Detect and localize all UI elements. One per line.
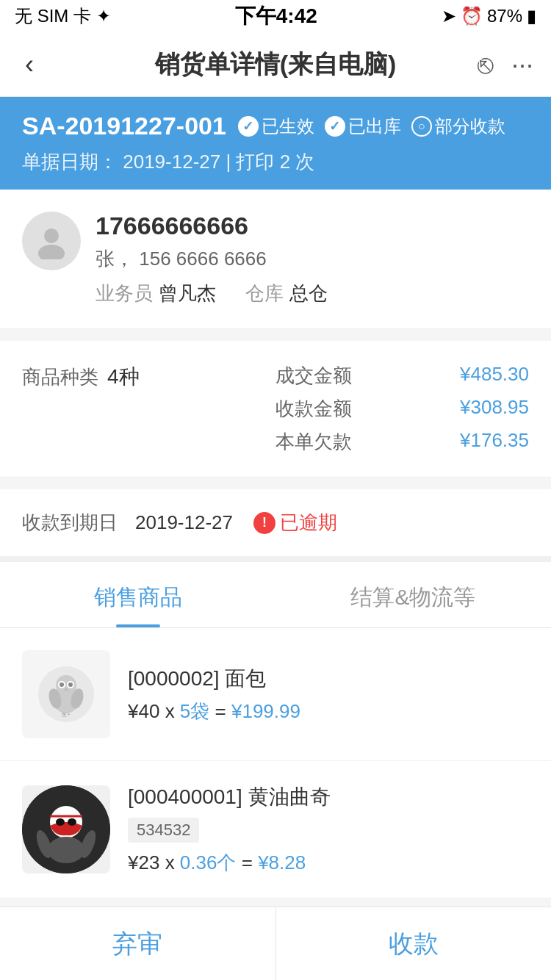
stats-left: 商品种类 4种 bbox=[22, 363, 276, 391]
product-type-label: 商品种类 bbox=[22, 364, 98, 390]
svg-point-8 bbox=[68, 682, 73, 687]
signal-text: 无 SIM 卡 ✦ bbox=[15, 4, 111, 28]
svg-point-7 bbox=[60, 682, 64, 687]
customer-account: 17666666666 bbox=[96, 212, 529, 240]
badge-partial-label: 部分收款 bbox=[435, 115, 505, 138]
overdue-text: 已逾期 bbox=[280, 510, 337, 536]
stats-right: 成交金额 ¥485.30 收款金额 ¥308.95 本单欠款 ¥176.35 bbox=[276, 363, 529, 455]
total-1: ¥199.99 bbox=[231, 700, 300, 722]
list-item: [000400001] 黄油曲奇 534532 ¥23 x 0.36个 = ¥8… bbox=[0, 761, 551, 898]
received-row: 收款金额 ¥308.95 bbox=[276, 396, 529, 422]
print-info: | 打印 2 次 bbox=[226, 151, 314, 173]
product-type-row: 商品种类 4种 bbox=[22, 363, 276, 391]
customer-name-phone: 张， 156 6666 6666 bbox=[96, 246, 529, 272]
tab-products[interactable]: 销售商品 bbox=[0, 562, 276, 627]
tabs: 销售商品 结算&物流等 bbox=[0, 562, 551, 628]
order-header: SA-20191227-001 ✓ 已生效 ✓ 已出库 ○ 部分收款 单据日期：… bbox=[0, 97, 551, 190]
due-date-section: 收款到期日 2019-12-27 ! 已逾期 bbox=[0, 489, 551, 562]
tab-settlement[interactable]: 结算&物流等 bbox=[276, 562, 551, 627]
product-tag-2: 534532 bbox=[128, 818, 199, 843]
debt-label: 本单欠款 bbox=[276, 429, 352, 455]
svg-point-15 bbox=[56, 818, 65, 826]
svg-point-17 bbox=[48, 837, 84, 863]
salesman-label: 业务员 bbox=[96, 281, 153, 306]
eq-separator-2: = bbox=[242, 851, 258, 873]
product-image-round bbox=[22, 785, 110, 873]
status-right: ➤ ⏰ 87% ▮ bbox=[442, 6, 536, 26]
date-value: 2019-12-27 bbox=[123, 151, 220, 173]
customer-card: 17666666666 张， 156 6666 6666 业务员 曾凡杰 仓库 … bbox=[0, 190, 551, 329]
product-info-2: [000400001] 黄油曲奇 534532 ¥23 x 0.36个 = ¥8… bbox=[128, 783, 529, 876]
product-info-1: [0000002] 面包 ¥40 x 5袋 = ¥199.99 bbox=[128, 665, 529, 724]
customer-phone-num: 156 6666 6666 bbox=[139, 248, 267, 270]
overdue-badge: ! 已逾期 bbox=[253, 510, 337, 536]
clock-icon: ○ bbox=[411, 116, 432, 137]
customer-info: 17666666666 张， 156 6666 6666 业务员 曾凡杰 仓库 … bbox=[96, 212, 529, 306]
badge-active: ✓ 已生效 bbox=[238, 115, 314, 138]
date-label: 单据日期： bbox=[22, 151, 118, 173]
price-2: ¥23 bbox=[128, 851, 159, 873]
battery-icon: ▮ bbox=[527, 6, 536, 26]
svg-point-0 bbox=[44, 228, 59, 243]
badge-shipped: ✓ 已出库 bbox=[325, 115, 401, 138]
product-title-1: 面包 bbox=[225, 667, 266, 690]
overdue-icon: ! bbox=[253, 512, 276, 534]
back-button[interactable]: ‹ bbox=[18, 42, 41, 87]
product-image-2 bbox=[22, 785, 110, 873]
badge-partial: ○ 部分收款 bbox=[411, 115, 505, 138]
warehouse-item: 仓库 总仓 bbox=[245, 281, 328, 306]
badge-active-label: 已生效 bbox=[262, 115, 314, 138]
svg-point-16 bbox=[68, 818, 76, 826]
stats-section: 商品种类 4种 成交金额 ¥485.30 收款金额 ¥308.95 本单欠款 ¥… bbox=[0, 341, 551, 478]
amount-row: 成交金额 ¥485.30 bbox=[276, 363, 529, 389]
debt-row: 本单欠款 ¥176.35 bbox=[276, 429, 529, 455]
battery-text: 87% bbox=[487, 6, 522, 26]
product-code-1: [0000002] bbox=[128, 667, 220, 690]
order-date-row: 单据日期： 2019-12-27 | 打印 2 次 bbox=[22, 149, 529, 175]
eq-separator-1: = bbox=[215, 700, 231, 722]
x-separator-2: x bbox=[165, 851, 180, 873]
product-code-2: [000400001] bbox=[128, 785, 242, 808]
svg-text:鱼+: 鱼+ bbox=[62, 712, 70, 717]
product-type-value: 4种 bbox=[107, 363, 140, 391]
due-label: 收款到期日 bbox=[22, 510, 118, 536]
customer-section: 17666666666 张， 156 6666 6666 业务员 曾凡杰 仓库 … bbox=[0, 190, 551, 329]
product-name-1: [0000002] 面包 bbox=[128, 665, 529, 693]
customer-meta: 业务员 曾凡杰 仓库 总仓 bbox=[96, 281, 529, 306]
status-time: 下午4:42 bbox=[235, 2, 317, 30]
page-title: 销货单详情(来自电脑) bbox=[155, 48, 397, 82]
check-icon-active: ✓ bbox=[238, 116, 259, 137]
warehouse-label: 仓库 bbox=[245, 281, 284, 306]
due-date-value: 2019-12-27 bbox=[135, 511, 233, 534]
status-badges: ✓ 已生效 ✓ 已出库 ○ 部分收款 bbox=[238, 115, 505, 138]
order-id-row: SA-20191227-001 ✓ 已生效 ✓ 已出库 ○ 部分收款 bbox=[22, 112, 529, 140]
list-item: 鱼+ [0000002] 面包 ¥40 x 5袋 = ¥199.99 bbox=[0, 628, 551, 761]
alarm-icon: ⏰ bbox=[461, 6, 483, 26]
warehouse-value: 总仓 bbox=[289, 281, 328, 306]
check-icon-shipped: ✓ bbox=[325, 116, 345, 137]
x-separator-1: x bbox=[165, 700, 180, 722]
salesman-value: 曾凡杰 bbox=[159, 281, 216, 306]
debt-value: ¥176.35 bbox=[460, 429, 529, 455]
stats-card: 商品种类 4种 成交金额 ¥485.30 收款金额 ¥308.95 本单欠款 ¥… bbox=[0, 341, 551, 478]
received-value: ¥308.95 bbox=[460, 396, 529, 422]
share-icon[interactable]: ⎋ bbox=[478, 49, 494, 80]
nav-bar: ‹ 销货单详情(来自电脑) ⎋ ··· bbox=[0, 32, 551, 97]
avatar bbox=[22, 212, 81, 270]
product-title-2: 黄油曲奇 bbox=[248, 785, 331, 808]
product-price-2: ¥23 x 0.36个 = ¥8.28 bbox=[128, 850, 529, 876]
product-list: 鱼+ [0000002] 面包 ¥40 x 5袋 = ¥199.99 bbox=[0, 628, 551, 898]
product-name-2: [000400001] 黄油曲奇 bbox=[128, 783, 529, 811]
price-1: ¥40 bbox=[128, 700, 159, 722]
qty-1: 5袋 bbox=[180, 700, 209, 722]
more-icon[interactable]: ··· bbox=[511, 49, 533, 80]
cancel-button[interactable]: 弃审 bbox=[0, 907, 276, 980]
amount-value: ¥485.30 bbox=[460, 363, 529, 389]
location-icon: ➤ bbox=[442, 6, 456, 26]
amount-label: 成交金额 bbox=[276, 363, 352, 389]
badge-shipped-label: 已出库 bbox=[348, 115, 401, 138]
total-2: ¥8.28 bbox=[258, 851, 306, 873]
confirm-button[interactable]: 收款 bbox=[276, 907, 552, 980]
customer-name: 张， bbox=[96, 248, 134, 270]
status-left: 无 SIM 卡 ✦ bbox=[15, 4, 111, 28]
